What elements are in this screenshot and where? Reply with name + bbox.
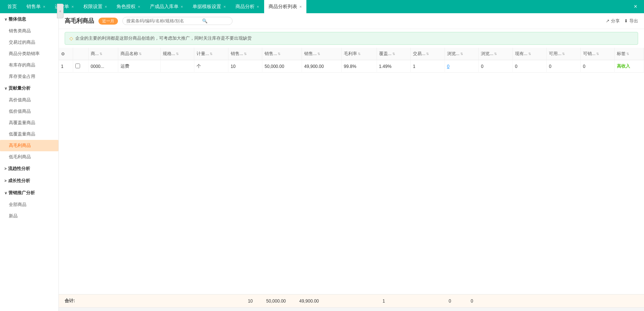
table-header-transactions[interactable]: 交易...⇅ [411, 48, 445, 60]
table-header-code[interactable]: 商...⇅ [88, 48, 118, 60]
row-checkbox-0[interactable] [75, 64, 80, 68]
header-actions: ↗ 分享 ⬇ 导出 [606, 18, 638, 24]
export-icon: ⬇ [624, 18, 628, 23]
table-header-gross_margin[interactable]: 毛利率⇅ [341, 48, 377, 60]
nav-tab-close-4[interactable]: × [138, 4, 140, 9]
sidebar-item-0-0[interactable]: 销售类商品 [0, 25, 58, 37]
table-container[interactable]: ⚙商...⇅商品名称⇅规格...⇅计量...⇅销售...⇅销售...⇅销售...… [59, 48, 644, 294]
search-icon[interactable]: 🔍 [202, 18, 208, 23]
nav-tab-3[interactable]: 权限设置× [79, 0, 111, 13]
sidebar-item-1-2[interactable]: 高覆盖量商品 [0, 117, 58, 129]
sidebar-group-title-4[interactable]: ∨营销推广分析 [0, 187, 58, 199]
table-header-coverage[interactable]: 覆盖...⇅ [377, 48, 411, 60]
sidebar-item-1-4[interactable]: 高毛利商品 [0, 140, 58, 151]
main-layout: ∨整体信息销售类商品交易过的商品商品分类助销率有库存的商品库存资金占用∨贡献量分… [0, 13, 644, 311]
nav-tab-0[interactable]: 首页 [3, 0, 21, 13]
table-cell-0-sales_cost: 49,900.00 [302, 60, 342, 73]
bottom-scrollbar[interactable] [59, 307, 644, 311]
table-header-views2[interactable]: 浏览...⇅ [479, 48, 513, 60]
nav-tab-1[interactable]: 销售单× [22, 0, 50, 13]
sidebar-item-4-0[interactable]: 全部商品 [0, 199, 58, 210]
tip-icon: ◇ [69, 36, 73, 41]
nav-tab-close-5[interactable]: × [181, 4, 183, 9]
nav-tab-4[interactable]: 角色授权× [112, 0, 144, 13]
table-cell-0-sales_qty: 10 [228, 60, 262, 73]
nav-tab-7[interactable]: 商品分析× [231, 0, 263, 13]
nav-tab-8[interactable]: 商品分析列表× [264, 0, 306, 13]
table-row[interactable]: 10000...运费个1050,000.0049,900.0099.8%1.49… [59, 60, 644, 73]
share-label: 分享 [611, 18, 620, 24]
table-header-tag[interactable]: 标签⇅ [615, 48, 644, 60]
table-cell-0-tag: 高收入 [615, 60, 644, 73]
nav-tab-5[interactable]: 产成品入库单× [145, 0, 187, 13]
sidebar-group-2: >流趋性分析 [0, 163, 58, 175]
nav-tab-close-1[interactable]: × [43, 4, 45, 9]
table-header-sellable[interactable]: 可销...⇅ [580, 48, 615, 60]
table-header-spec[interactable]: 规格...⇅ [160, 48, 194, 60]
nav-tab-close-3[interactable]: × [105, 4, 107, 9]
table-cell-0-code: 0000... [88, 60, 118, 73]
search-input[interactable] [126, 18, 200, 23]
sidebar-item-0-4[interactable]: 库存资金占用 [0, 71, 58, 82]
table-header-name[interactable]: 商品名称⇅ [118, 48, 160, 60]
table-cell-0-settings: 1 [59, 60, 73, 73]
sidebar-group-3: >成长性分析 [0, 175, 58, 187]
tip-text: 企业的主要的利润都是这部分商品创造的，可考虑加大推广，同时关注库存是不要出现缺货 [75, 35, 252, 41]
footer-cell-14: 0 [431, 299, 453, 304]
footer-cell-8: 49,900.00 [288, 299, 321, 304]
table-header-views1[interactable]: 浏览...⇅ [445, 48, 479, 60]
sidebar-group-title-2[interactable]: >流趋性分析 [0, 163, 58, 175]
sidebar-group-title-3[interactable]: >成长性分析 [0, 175, 58, 187]
top-navigation: 首页销售单×进货单×权限设置×角色授权×产成品入库单×单据模板设置×商品分析×商… [0, 0, 644, 13]
table-header-sales_cost[interactable]: 销售...⇅ [302, 48, 342, 60]
footer-total-label: 合计: [65, 298, 75, 304]
footer-cell-11: 1 [365, 299, 387, 304]
sidebar-group-1: ∨贡献量分析高价值商品低价值商品高覆盖量商品低覆盖量商品高毛利商品低毛利商品 [0, 82, 58, 163]
table-cell-0-views1[interactable]: 0 [445, 60, 479, 73]
table-header-current_stock[interactable]: 现有...⇅ [512, 48, 547, 60]
sidebar-group-title-1[interactable]: ∨贡献量分析 [0, 82, 58, 94]
sidebar-item-0-3[interactable]: 有库存的商品 [0, 59, 58, 71]
nav-tab-close-2[interactable]: × [71, 4, 73, 9]
export-label: 导出 [629, 18, 638, 24]
nav-tab-6[interactable]: 单据模板设置× [188, 0, 230, 13]
data-table: ⚙商...⇅商品名称⇅规格...⇅计量...⇅销售...⇅销售...⇅销售...… [59, 48, 644, 73]
sidebar-group-4: ∨营销推广分析全部商品新品 [0, 187, 58, 222]
table-header-available_stock[interactable]: 可用...⇅ [547, 48, 581, 60]
tip-bar: ◇ 企业的主要的利润都是这部分商品创造的，可考虑加大推广，同时关注库存是不要出现… [65, 32, 638, 45]
table-header-settings: ⚙ [59, 48, 73, 60]
footer-cell-15: 0 [453, 299, 475, 304]
table-cell-0-current_stock: 0 [512, 60, 547, 73]
sidebar-item-4-1[interactable]: 新品 [0, 210, 58, 222]
sidebar-group-arrow-4: ∨ [4, 191, 7, 195]
sidebar-item-1-5[interactable]: 低毛利商品 [0, 151, 58, 163]
table-cell-0-name: 运费 [118, 60, 160, 73]
table-header-sales_amount[interactable]: 销售...⇅ [262, 48, 302, 60]
nav-tab-close-6[interactable]: × [223, 4, 226, 9]
sidebar-item-0-2[interactable]: 商品分类助销率 [0, 48, 58, 59]
table-cell-0-checkbox [73, 60, 88, 73]
share-button[interactable]: ↗ 分享 [606, 18, 620, 24]
table-header-unit[interactable]: 计量...⇅ [194, 48, 229, 60]
share-icon: ↗ [606, 18, 609, 23]
footer-bar: 合计: 1050,000.0049,900.00100 [59, 294, 644, 307]
sidebar-group-title-0[interactable]: ∨整体信息 [0, 13, 58, 25]
app-close-button[interactable]: × [630, 1, 641, 12]
footer-cell-6: 10 [229, 299, 255, 304]
table-header-checkbox [73, 48, 88, 60]
nav-tab-2[interactable]: 进货单× [50, 0, 78, 13]
nav-tab-close-7[interactable]: × [257, 4, 259, 9]
table-cell-0-unit: 个 [194, 60, 229, 73]
nav-tab-close-8[interactable]: × [299, 4, 302, 9]
sidebar-collapse-button[interactable]: « [57, 4, 64, 18]
table-cell-0-available_stock: 0 [547, 60, 581, 73]
export-button[interactable]: ⬇ 导出 [624, 18, 638, 24]
filter-recent-month-button[interactable]: 近一月 [98, 18, 118, 25]
footer-cell-7: 50,000.00 [255, 299, 288, 304]
sidebar-item-1-1[interactable]: 低价值商品 [0, 106, 58, 117]
sidebar-item-1-3[interactable]: 低覆盖量商品 [0, 129, 58, 140]
sidebar-group-0: ∨整体信息销售类商品交易过的商品商品分类助销率有库存的商品库存资金占用 [0, 13, 58, 82]
sidebar-item-0-1[interactable]: 交易过的商品 [0, 37, 58, 48]
table-header-sales_qty[interactable]: 销售...⇅ [228, 48, 262, 60]
sidebar-item-1-0[interactable]: 高价值商品 [0, 94, 58, 106]
